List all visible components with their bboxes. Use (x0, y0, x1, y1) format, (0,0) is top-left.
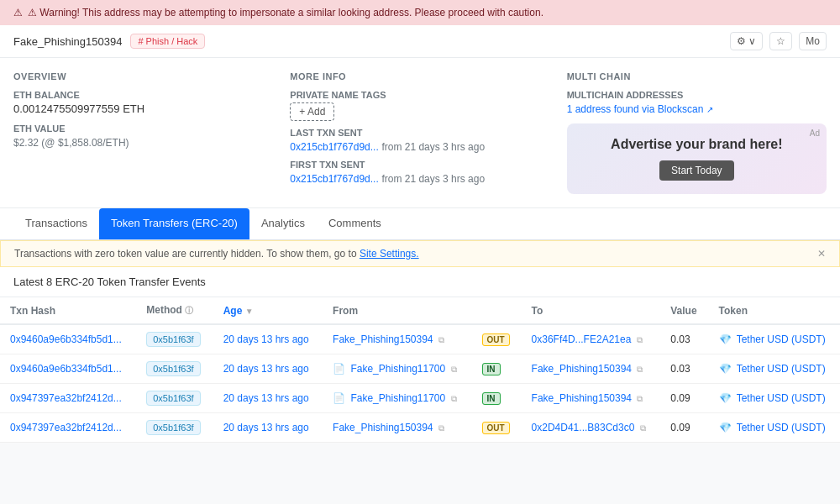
add-tag-btn[interactable]: + Add (290, 102, 334, 121)
from-copy-icon[interactable]: ⧉ (438, 335, 444, 344)
blockscan-link[interactable]: 1 address found via Blockscan ↗ (567, 103, 713, 115)
cell-from: Fake_Phishing150394 ⧉ (323, 324, 471, 354)
txn-hash-link[interactable]: 0x947397ea32bf2412d... (10, 392, 122, 404)
last-txn-label: LAST TXN SENT (290, 128, 549, 138)
cell-value: 0.09 (660, 384, 708, 413)
token-link[interactable]: Tether USD (USDT) (737, 392, 826, 404)
cell-to: 0x2D4D41...B83Cd3c0 ⧉ (522, 413, 661, 443)
from-copy-icon[interactable]: ⧉ (451, 365, 457, 374)
table-section-header: Latest 8 ERC-20 Token Transfer Events (0, 267, 840, 297)
cell-to: 0x36Ff4D...FE2A21ea ⧉ (522, 324, 661, 354)
cell-age: 20 days 13 hrs ago (213, 413, 323, 443)
cell-from: Fake_Phishing150394 ⧉ (323, 413, 471, 443)
txn-hash-link[interactable]: 0x947397ea32bf2412d... (10, 422, 122, 433)
multichain-title: Multi Chain (567, 71, 827, 81)
balance-label: ETH BALANCE (13, 90, 273, 100)
address-bar: Fake_Phishing150394 # Phish / Hack ⚙ ∨ ☆… (0, 25, 840, 58)
ad-box: Ad Advertise your brand here! Start Toda… (567, 123, 827, 194)
site-settings-link[interactable]: Site Settings. (360, 248, 419, 260)
token-link[interactable]: Tether USD (USDT) (737, 363, 826, 375)
star-btn[interactable]: ☆ (769, 32, 792, 50)
method-help-icon[interactable]: ⓘ (185, 306, 193, 315)
tab-transactions[interactable]: Transactions (13, 208, 99, 239)
col-to: To (522, 297, 661, 324)
table-row: 0x947397ea32bf2412d... 0x5b1f63f 20 days… (0, 384, 840, 413)
external-link-icon: ↗ (706, 105, 713, 114)
from-address-link[interactable]: Fake_Phishing11700 (350, 392, 445, 404)
ad-button[interactable]: Start Today (659, 160, 733, 181)
to-address-link[interactable]: Fake_Phishing150394 (532, 363, 632, 375)
to-copy-icon[interactable]: ⧉ (640, 423, 646, 433)
cell-age: 20 days 13 hrs ago (213, 354, 323, 384)
direction-badge: IN (482, 363, 501, 375)
settings-icon-btn[interactable]: ⚙ ∨ (730, 32, 763, 50)
tab-comments[interactable]: Comments (317, 208, 393, 239)
cell-direction: IN (472, 384, 522, 413)
multichain-addresses-label: MULTICHAIN ADDRESSES (567, 90, 827, 100)
more-btn[interactable]: Mo (799, 32, 827, 50)
main-info-grid: Overview ETH BALANCE 0.0012475509977559 … (0, 58, 840, 208)
cell-txn-hash: 0x9460a9e6b334fb5d1... (0, 324, 136, 354)
cell-token: 💎 Tether USD (USDT) (709, 384, 840, 413)
overview-title: Overview (13, 71, 273, 81)
first-txn-age: from 21 days 3 hrs ago (381, 173, 485, 185)
to-copy-icon[interactable]: ⧉ (637, 394, 643, 403)
more-info-section: More Info PRIVATE NAME TAGS + Add LAST T… (290, 71, 549, 194)
more-info-title: More Info (290, 71, 549, 81)
method-badge: 0x5b1f63f (146, 420, 200, 435)
first-txn-row: FIRST TXN SENT 0x215cb1f767d9d... from 2… (290, 160, 549, 185)
from-address-link[interactable]: Fake_Phishing150394 (333, 422, 433, 433)
direction-badge: IN (482, 392, 501, 405)
ad-title: Advertise your brand here! (580, 137, 813, 152)
token-link[interactable]: Tether USD (USDT) (737, 333, 826, 345)
col-from: From (323, 297, 471, 324)
to-address-link[interactable]: Fake_Phishing150394 (532, 392, 632, 404)
tabs-bar: Transactions Token Transfers (ERC-20) An… (0, 208, 840, 240)
txn-hash-link[interactable]: 0x9460a9e6b334fb5d1... (10, 333, 122, 345)
last-txn-hash[interactable]: 0x215cb1f767d9d... (290, 141, 378, 153)
cell-method: 0x5b1f63f (136, 413, 213, 443)
table-row: 0x947397ea32bf2412d... 0x5b1f63f 20 days… (0, 413, 840, 443)
phish-tag: # Phish / Hack (130, 34, 205, 49)
col-txn-hash: Txn Hash (0, 297, 136, 324)
cell-direction: OUT (472, 413, 522, 443)
info-bar: Transactions with zero token value are c… (0, 240, 840, 267)
to-copy-icon[interactable]: ⧉ (637, 335, 643, 344)
tab-analytics[interactable]: Analytics (249, 208, 317, 239)
from-address-link[interactable]: Fake_Phishing11700 (350, 363, 445, 375)
direction-badge: OUT (482, 333, 510, 346)
method-badge: 0x5b1f63f (146, 361, 200, 376)
first-txn-hash[interactable]: 0x215cb1f767d9d... (290, 173, 378, 185)
file-icon: 📄 (333, 363, 345, 375)
cell-method: 0x5b1f63f (136, 324, 213, 354)
cell-txn-hash: 0x947397ea32bf2412d... (0, 413, 136, 443)
from-copy-icon[interactable]: ⧉ (451, 394, 457, 403)
blockscan-text: 1 address found via Blockscan (567, 103, 704, 115)
from-copy-icon[interactable]: ⧉ (438, 423, 444, 433)
cell-to: Fake_Phishing150394 ⧉ (522, 354, 661, 384)
from-address-link[interactable]: Fake_Phishing150394 (333, 333, 433, 345)
cell-value: 0.09 (660, 413, 708, 443)
col-age[interactable]: Age ▼ (213, 297, 323, 324)
to-address-link[interactable]: 0x36Ff4D...FE2A21ea (532, 333, 632, 345)
value-label: ETH VALUE (13, 123, 273, 134)
to-copy-icon[interactable]: ⧉ (637, 365, 643, 374)
cell-value: 0.03 (660, 324, 708, 354)
token-icon: 💎 (719, 392, 732, 404)
txn-hash-link[interactable]: 0x9460a9e6b334fb5d1... (10, 363, 122, 375)
cell-value: 0.03 (660, 354, 708, 384)
cell-token: 💎 Tether USD (USDT) (709, 354, 840, 384)
token-icon: 💎 (719, 333, 732, 345)
to-address-link[interactable]: 0x2D4D41...B83Cd3c0 (532, 422, 635, 433)
tab-token-transfers[interactable]: Token Transfers (ERC-20) (99, 208, 249, 239)
col-value: Value (660, 297, 708, 324)
warning-banner: ⚠ ⚠ Warning! This address may be attempt… (0, 0, 840, 25)
close-info-icon[interactable]: ✕ (817, 248, 826, 260)
method-badge: 0x5b1f63f (146, 332, 200, 347)
cell-age: 20 days 13 hrs ago (213, 324, 323, 354)
multichain-section: Multi Chain MULTICHAIN ADDRESSES 1 addre… (567, 71, 827, 194)
col-direction (472, 297, 522, 324)
token-link[interactable]: Tether USD (USDT) (737, 422, 826, 433)
cell-direction: OUT (472, 324, 522, 354)
col-token: Token (709, 297, 840, 324)
